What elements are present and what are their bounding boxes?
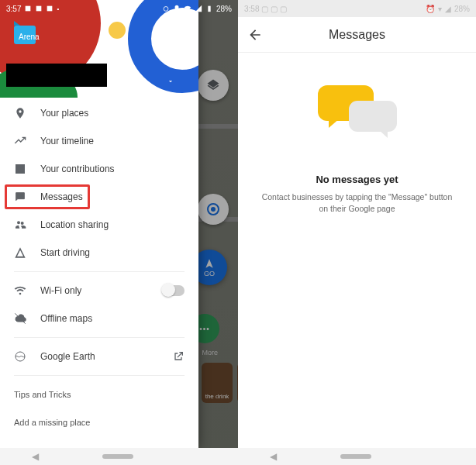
status-bar-right: 3:58 ▢ ▢ ▢ ⏰ ▾ ◢ 28% [238,0,476,17]
account-dropdown[interactable] [167,78,174,87]
signal-icon [195,5,202,12]
open-external-icon [172,350,185,363]
notification-icon [24,5,32,12]
wifi-status-icon: ▾ [438,5,442,13]
status-time: 3:58 [244,5,259,13]
driving-icon [14,246,26,259]
wifi-icon [14,284,26,297]
earth-icon [14,350,26,363]
menu-your-contributions[interactable]: Your contributions [0,155,198,183]
menu-label: Messages [40,191,83,202]
svg-rect-3 [47,6,53,12]
system-home-pill[interactable] [102,454,133,459]
empty-state: No messages yet Contact businesses by ta… [238,85,476,214]
timeline-icon [14,135,26,147]
menu-label: Your places [40,108,88,119]
page-title: Messages [247,28,467,42]
menu-add-missing-place[interactable]: Add a missing place [0,408,198,436]
wifi-only-toggle[interactable] [163,285,185,296]
menu-label: Your timeline [40,136,94,146]
location-sharing-icon [14,219,26,231]
svg-rect-1 [26,6,31,12]
divider [14,271,185,272]
wifi-status-icon [184,5,191,12]
location-icon [173,5,181,12]
menu-messages[interactable]: Messages [0,183,198,211]
menu-label: Tips and Tricks [14,390,71,399]
alarm-icon: ⏰ [426,5,435,13]
notification-icon [35,5,43,12]
app-bar: Messages [238,17,476,53]
menu-label: Google Earth [40,351,95,362]
status-battery: 28% [216,5,232,13]
svg-rect-2 [36,6,42,12]
system-nav-bar: ◀ ◀ [0,448,476,465]
empty-description: Contact businesses by tapping the "Messa… [258,191,456,214]
offline-icon [14,312,26,325]
menu-label: Wi-Fi only [40,285,81,296]
empty-title: No messages yet [316,174,398,185]
menu-google-earth[interactable]: Google Earth [0,343,198,370]
menu-label: Start driving [40,247,90,258]
menu-tips-tricks[interactable]: Tips and Tricks [0,381,198,408]
system-home-pill[interactable] [340,454,371,459]
menu-your-places[interactable]: Your places [0,99,198,127]
divider [14,337,185,338]
pin-icon [14,107,26,119]
menu-label: Add a missing place [14,418,90,427]
messages-icon [14,191,26,203]
account-name: Arena [19,33,40,41]
notification-icon: ▢ ▢ ▢ [261,5,287,13]
signal-icon: ◢ [445,5,451,13]
alarm-icon [162,5,170,12]
notification-icon [46,5,53,12]
status-time: 3:57 [6,5,21,13]
menu-label: Your contributions [40,164,115,174]
system-back-button[interactable]: ◀ [270,451,277,462]
status-bar-left: 3:57 • 28% [0,0,238,17]
contributions-icon [14,163,26,175]
phone-left-screen: GO ••• More the drink Te re Your places … [0,0,238,448]
menu-location-sharing[interactable]: Location sharing [0,211,198,239]
svg-rect-5 [208,6,210,12]
battery-icon [205,5,213,12]
status-battery: 28% [454,5,470,13]
menu-label: Offline maps [40,313,92,324]
phone-right-screen: 3:58 ▢ ▢ ▢ ⏰ ▾ ◢ 28% Messages No message… [238,0,476,448]
chevron-down-icon [167,78,174,85]
menu-your-timeline[interactable]: Your timeline [0,127,198,155]
redacted-email [6,64,107,87]
menu-start-driving[interactable]: Start driving [0,239,198,267]
menu-wifi-only[interactable]: Wi-Fi only [0,277,198,305]
divider [14,375,185,376]
menu-label: Location sharing [40,219,109,230]
chat-bubbles-icon [315,85,400,147]
menu-offline-maps[interactable]: Offline maps [0,305,198,332]
system-back-button[interactable]: ◀ [32,451,39,462]
svg-point-4 [164,7,168,12]
